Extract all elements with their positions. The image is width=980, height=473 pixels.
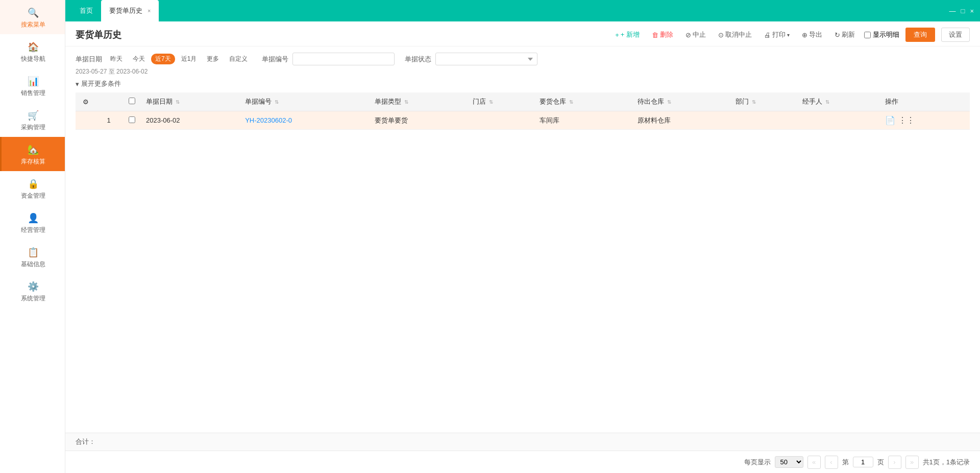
col-req-warehouse: 要货仓库 ⇅ xyxy=(535,92,633,111)
sort-store-icon[interactable]: ⇅ xyxy=(489,99,493,105)
date-pill-more[interactable]: 更多 xyxy=(203,54,223,64)
sidebar-item-inventory[interactable]: 🏡 库存核算 xyxy=(0,137,65,171)
select-all-checkbox[interactable] xyxy=(129,98,135,104)
delete-button[interactable]: 🗑 删除 xyxy=(649,29,676,41)
sort-doc-no-icon[interactable]: ⇅ xyxy=(275,99,279,105)
maximize-button[interactable]: □ xyxy=(961,7,965,15)
expand-icon: ▾ xyxy=(76,80,79,88)
doc-no-input[interactable] xyxy=(292,53,395,65)
sort-date-icon[interactable]: ⇅ xyxy=(176,99,180,105)
export-button[interactable]: ⊕ 导出 xyxy=(799,29,825,41)
requisition-table: ⚙ 单据日期 ⇅ 单据编号 ⇅ xyxy=(76,92,970,130)
date-pill-today[interactable]: 今天 xyxy=(129,54,149,64)
doc-no-link[interactable]: YH-20230602-0 xyxy=(245,116,292,124)
first-page-button[interactable]: « xyxy=(807,456,821,469)
page-number-input[interactable] xyxy=(853,457,873,467)
refresh-button[interactable]: ↻ 刷新 xyxy=(831,29,858,41)
sidebar: 🔍 搜索菜单 🏠 快捷导航 📊 销售管理 🛒 采购管理 🏡 库存核算 🔒 资金管… xyxy=(0,0,65,473)
per-page-select[interactable]: 50 10 20 100 xyxy=(775,456,803,468)
minimize-button[interactable]: — xyxy=(949,7,956,15)
sort-req-warehouse-icon[interactable]: ⇅ xyxy=(569,99,573,105)
table-row: 1 2023-06-02 YH-20230602-0 要货单要货 xyxy=(76,111,970,130)
sort-doc-type-icon[interactable]: ⇅ xyxy=(404,99,408,105)
topbar: 首页 要货单历史 × — □ × xyxy=(65,0,980,21)
delete-icon: 🗑 xyxy=(652,31,658,39)
tab-home[interactable]: 首页 xyxy=(71,0,101,21)
filter-row-1: 单据日期 昨天 今天 近7天 近1月 更多 自定义 单据编号 单据状态 xyxy=(76,53,970,65)
date-pill-custom[interactable]: 自定义 xyxy=(225,54,252,64)
col-settings[interactable]: ⚙ xyxy=(76,92,96,111)
content-area: 要货单历史 + + 新增 🗑 删除 ⊘ 中止 ⊙ 取消中止 xyxy=(65,21,980,473)
sort-handler-icon[interactable]: ⇅ xyxy=(825,99,829,105)
settings-button[interactable]: 设置 xyxy=(941,28,970,42)
query-button[interactable]: 查询 xyxy=(905,28,935,42)
page-header: 要货单历史 + + 新增 🗑 删除 ⊘ 中止 ⊙ 取消中止 xyxy=(65,21,980,46)
sidebar-item-label: 基础信息 xyxy=(21,260,45,269)
row-req-warehouse: 车间库 xyxy=(535,111,633,130)
table-header: ⚙ 单据日期 ⇅ 单据编号 ⇅ xyxy=(76,92,970,111)
total-label: 合计： xyxy=(76,437,95,446)
status-filter-select[interactable] xyxy=(435,53,537,65)
refresh-icon: ↻ xyxy=(835,31,840,39)
row-store xyxy=(469,111,535,130)
date-range-display: 2023-05-27 至 2023-06-02 xyxy=(76,67,970,76)
row-pending-warehouse: 原材料仓库 xyxy=(633,111,731,130)
toolbar: + + 新增 🗑 删除 ⊘ 中止 ⊙ 取消中止 🖨 打印 xyxy=(612,28,970,42)
system-mgmt-icon: ⚙️ xyxy=(28,281,39,292)
row-actions: 📄 ⋮⋮ xyxy=(881,111,970,130)
date-filter-label: 单据日期 xyxy=(76,55,102,64)
date-pill-1month[interactable]: 近1月 xyxy=(177,54,201,64)
tab-requisition-history[interactable]: 要货单历史 × xyxy=(101,0,159,21)
row-num: 1 xyxy=(96,111,121,130)
col-dept: 部门 ⇅ xyxy=(731,92,798,111)
row-check[interactable] xyxy=(121,111,142,130)
sales-mgmt-icon: 📊 xyxy=(28,76,39,87)
row-doc-no: YH-20230602-0 xyxy=(241,111,371,130)
status-filter-group: 单据状态 xyxy=(405,53,537,65)
close-tab-icon[interactable]: × xyxy=(148,8,151,14)
row-more-icon[interactable]: ⋮⋮ xyxy=(898,115,915,125)
sort-dept-icon[interactable]: ⇅ xyxy=(752,99,756,105)
cancel-stop-icon: ⊙ xyxy=(718,31,724,39)
sort-pending-warehouse-icon[interactable]: ⇅ xyxy=(667,99,671,105)
quick-nav-icon: 🏠 xyxy=(28,41,39,53)
prev-page-button[interactable]: ‹ xyxy=(825,456,838,469)
table-footer: 合计： xyxy=(65,433,980,451)
display-detail-checkbox[interactable] xyxy=(864,32,871,38)
sidebar-item-operations-mgmt[interactable]: 👤 经营管理 xyxy=(0,205,65,240)
row-view-icon[interactable]: 📄 xyxy=(885,115,895,125)
cancel-stop-button[interactable]: ⊙ 取消中止 xyxy=(715,29,755,41)
last-page-button[interactable]: » xyxy=(905,456,919,469)
sidebar-item-search-menu[interactable]: 🔍 搜索菜单 xyxy=(0,0,65,34)
sidebar-item-basic-info[interactable]: 📋 基础信息 xyxy=(0,240,65,274)
sidebar-item-sales-mgmt[interactable]: 📊 销售管理 xyxy=(0,68,65,103)
per-page-label: 每页显示 xyxy=(744,458,771,467)
row-checkbox[interactable] xyxy=(129,116,135,123)
sidebar-item-quick-nav[interactable]: 🏠 快捷导航 xyxy=(0,34,65,68)
sidebar-item-purchase-mgmt[interactable]: 🛒 采购管理 xyxy=(0,103,65,137)
display-detail-toggle[interactable]: 显示明细 xyxy=(864,30,899,39)
sidebar-item-system-mgmt[interactable]: ⚙️ 系统管理 xyxy=(0,274,65,308)
sidebar-item-label: 搜索菜单 xyxy=(21,20,45,29)
next-page-button[interactable]: › xyxy=(888,456,901,469)
close-window-button[interactable]: × xyxy=(970,7,974,15)
date-pill-7days[interactable]: 近7天 xyxy=(151,54,175,64)
export-icon: ⊕ xyxy=(802,31,807,39)
stop-button[interactable]: ⊘ 中止 xyxy=(682,29,709,41)
pagination-bar: 每页显示 50 10 20 100 « ‹ 第 页 › » 共1页，1条记录 xyxy=(65,451,980,473)
row-dept xyxy=(731,111,798,130)
sidebar-item-label: 销售管理 xyxy=(21,89,45,98)
topbar-right-controls: — □ × xyxy=(949,7,974,15)
col-num xyxy=(96,92,121,111)
col-pending-warehouse: 待出仓库 ⇅ xyxy=(633,92,731,111)
sidebar-item-finance-mgmt[interactable]: 🔒 资金管理 xyxy=(0,171,65,205)
row-doc-type: 要货单要货 xyxy=(371,111,469,130)
new-button[interactable]: + + 新增 xyxy=(612,29,643,41)
row-handler xyxy=(798,111,881,130)
date-pill-yesterday[interactable]: 昨天 xyxy=(106,54,127,64)
expand-more-button[interactable]: ▾ 展开更多条件 xyxy=(76,79,970,88)
sidebar-item-label: 系统管理 xyxy=(21,294,45,303)
print-button[interactable]: 🖨 打印 ▾ xyxy=(761,29,793,41)
page-title: 要货单历史 xyxy=(76,29,612,41)
print-icon: 🖨 xyxy=(764,31,771,39)
